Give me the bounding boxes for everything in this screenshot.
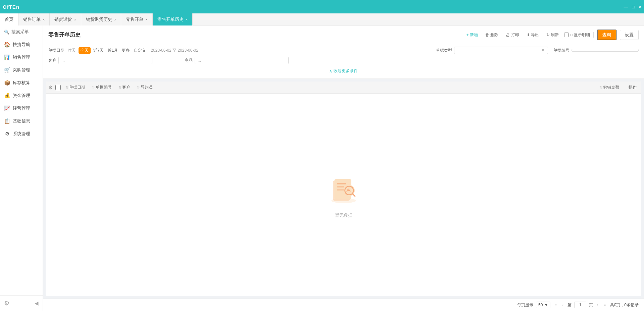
col-header-number[interactable]: ⇅ 单据编号 <box>90 85 114 90</box>
table-container: ⚙ ⇅ 单据日期 ⇅ 单据编号 ⇅ 客户 ⇅ 导购员 <box>46 82 641 296</box>
last-page-btn[interactable]: » <box>602 302 607 308</box>
tab-close-retail-open[interactable]: × <box>145 17 147 21</box>
sidebar-icon-basic-info: 📋 <box>4 118 10 124</box>
minimize-btn[interactable]: — <box>624 4 628 9</box>
sidebar-search[interactable]: 🔍 搜索采单 <box>0 25 43 38</box>
type-filter-arrow: ▼ <box>541 48 545 53</box>
number-filter-input[interactable] <box>572 49 639 52</box>
maximize-btn[interactable]: □ <box>632 4 635 9</box>
col-guide-label: 导购员 <box>141 85 153 90</box>
main-layout: 🔍 搜索采单 🏠快捷导航📊销售管理🛒采购管理📦库存核算💰资金管理📈经营管理📋基础… <box>0 25 644 311</box>
col-number-label: 单据编号 <box>96 85 112 90</box>
svg-rect-3 <box>337 183 346 184</box>
page-size-select[interactable]: 50 ▼ <box>536 302 550 308</box>
sidebar-label-sales: 销售管理 <box>13 54 30 60</box>
tab-close-retail-open-history[interactable]: × <box>186 17 188 21</box>
app-logo: OfTEn <box>3 4 19 10</box>
col-sort-icon-5: ⇅ <box>599 86 602 89</box>
goods-filter: 商品 ... <box>185 57 289 64</box>
goods-filter-label: 商品 <box>185 58 193 63</box>
sidebar-item-operations[interactable]: 📈经营管理 <box>0 102 43 115</box>
sidebar-label-purchase: 采购管理 <box>13 67 30 73</box>
refresh-button[interactable]: ↻ 刷新 <box>544 31 561 39</box>
sidebar-item-system[interactable]: ⚙系统管理 <box>0 127 43 140</box>
customer-filter-input[interactable]: ... <box>58 57 152 64</box>
display-detail-toggle[interactable]: □ 显示明细 <box>564 32 590 38</box>
date-tab-自定义[interactable]: 自定义 <box>133 47 147 54</box>
delete-button[interactable]: 🗑 删除 <box>483 31 500 39</box>
col-sort-icon-4: ⇅ <box>137 86 140 89</box>
sidebar-item-finance[interactable]: 💰资金管理 <box>0 89 43 102</box>
tab-sales-return-history[interactable]: 销货退货历史× <box>81 13 121 25</box>
date-tab-更多[interactable]: 更多 <box>120 47 131 54</box>
tab-sales-order[interactable]: 销售订单× <box>18 13 50 25</box>
col-right: ⇅ 实销金额 操作 <box>597 85 639 90</box>
tab-close-sales-order[interactable]: × <box>43 17 45 21</box>
customer-filter-label: 客户 <box>48 58 56 63</box>
add-button[interactable]: + 新增 <box>464 31 480 39</box>
sidebar-label-system: 系统管理 <box>13 131 30 137</box>
tab-label-sales-return: 销货退货 <box>54 16 72 22</box>
query-button[interactable]: 查询 <box>597 30 616 40</box>
col-header-date[interactable]: ⇅ 单据日期 <box>63 85 87 90</box>
settings-button[interactable]: 设置 <box>620 30 639 40</box>
page-title: 零售开单历史 <box>48 32 81 39</box>
type-filter: 单据类型 ▼ <box>436 47 548 54</box>
date-filter: 单据日期 昨天今天近7天近1月更多自定义 2023-06-02 至 2023-0… <box>48 47 198 54</box>
col-header-amount[interactable]: ⇅ 实销金额 <box>597 85 621 90</box>
select-all-checkbox[interactable] <box>55 85 61 90</box>
date-tab-今天[interactable]: 今天 <box>79 47 91 54</box>
sidebar-item-purchase[interactable]: 🛒采购管理 <box>0 64 43 76</box>
type-filter-select[interactable]: ▼ <box>454 47 548 54</box>
sidebar-icon-operations: 📈 <box>4 105 10 111</box>
tab-retail-open[interactable]: 零售开单× <box>121 13 152 25</box>
collapse-bar[interactable]: ∧ 收起更多条件 <box>48 67 639 75</box>
date-tab-近7天[interactable]: 近7天 <box>92 47 105 54</box>
settings-icon[interactable]: ⚙ <box>4 300 9 307</box>
tab-home[interactable]: 首页 <box>0 13 18 25</box>
sidebar-label-finance: 资金管理 <box>13 93 30 99</box>
window-controls: — □ × <box>624 4 641 9</box>
type-filter-label: 单据类型 <box>436 48 452 53</box>
col-header-guide[interactable]: ⇅ 导购员 <box>135 85 155 90</box>
table-settings-icon[interactable]: ⚙ <box>48 85 53 91</box>
sidebar-item-inventory[interactable]: 📦库存核算 <box>0 76 43 89</box>
page-size-value: 50 <box>538 303 543 307</box>
sidebar-item-basic-info[interactable]: 📋基础信息 <box>0 115 43 127</box>
display-detail-checkbox[interactable] <box>564 33 569 37</box>
collapse-label: 收起更多条件 <box>334 68 358 74</box>
tab-label-retail-open-history: 零售开单历史 <box>157 16 184 22</box>
next-page-btn[interactable]: › <box>596 302 600 308</box>
page-input[interactable] <box>574 302 586 308</box>
sidebar-icon-system: ⚙ <box>4 131 10 137</box>
sidebar-icon-purchase: 🛒 <box>4 67 10 73</box>
collapse-icon[interactable]: ◀ <box>35 300 39 306</box>
date-tab-近1月[interactable]: 近1月 <box>106 47 119 54</box>
col-sort-icon-2: ⇅ <box>92 86 95 89</box>
tab-sales-return[interactable]: 销货退货× <box>50 13 81 25</box>
sidebar-item-sales[interactable]: 📊销售管理 <box>0 51 43 64</box>
print-button[interactable]: 🖨 打印 <box>504 31 521 39</box>
tab-close-sales-return-history[interactable]: × <box>114 17 116 21</box>
first-page-btn[interactable]: « <box>553 302 558 308</box>
goods-filter-input[interactable]: ... <box>195 57 289 64</box>
date-tab-昨天[interactable]: 昨天 <box>66 47 77 54</box>
tab-label-home: 首页 <box>5 16 13 22</box>
sidebar-icon-quick-nav: 🏠 <box>4 42 10 48</box>
tab-retail-open-history[interactable]: 零售开单历史× <box>153 13 193 25</box>
date-tabs: 昨天今天近7天近1月更多自定义 <box>66 47 147 54</box>
date-range: 2023-06-02 至 2023-06-02 <box>151 48 198 53</box>
toolbar: + 新增 🗑 删除 🖨 打印 ⬆ 导出 ↻ 刷新 □ 显示明细 查询 设置 <box>464 30 639 40</box>
pagination: 每页显示 50 ▼ « ‹ 第 页 › » 共0页，0条记录 <box>43 299 644 311</box>
col-amount-label: 实销金额 <box>603 85 619 90</box>
sidebar-item-quick-nav[interactable]: 🏠快捷导航 <box>0 38 43 51</box>
content-area: 零售开单历史 + 新增 🗑 删除 🖨 打印 ⬆ 导出 ↻ 刷新 □ 显示明细 查… <box>43 25 644 311</box>
close-btn[interactable]: × <box>639 4 641 9</box>
export-button[interactable]: ⬆ 导出 <box>525 31 541 39</box>
sidebar-label-basic-info: 基础信息 <box>13 118 30 124</box>
col-header-customer[interactable]: ⇅ 客户 <box>116 85 132 90</box>
prev-page-btn[interactable]: ‹ <box>561 302 565 308</box>
tab-label-retail-open: 零售开单 <box>126 16 143 22</box>
col-action-label: 操作 <box>629 85 637 90</box>
tab-close-sales-return[interactable]: × <box>74 17 76 21</box>
